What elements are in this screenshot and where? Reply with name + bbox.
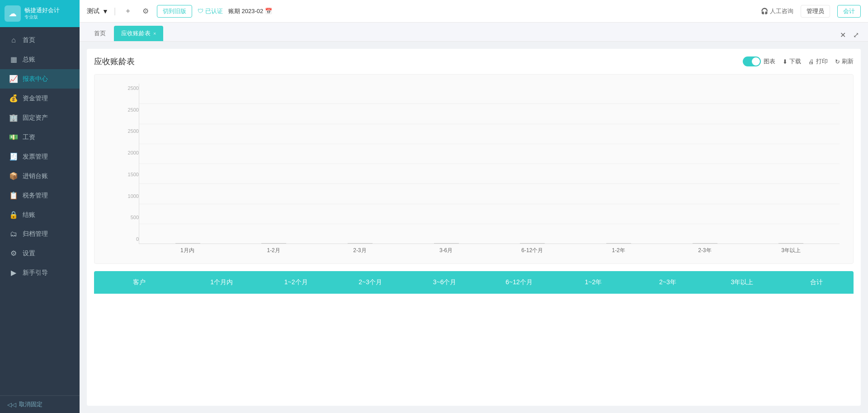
chart-toggle-label: 图表 <box>764 57 775 66</box>
grid-line-4 <box>139 164 840 164</box>
bar-group-2 <box>235 243 314 244</box>
bar-6-12月 <box>520 243 545 244</box>
settings-icon: ⚙ <box>9 249 18 258</box>
page-title: 应收账龄表 <box>94 56 135 67</box>
sidebar-item-assets[interactable]: 🏢 固定资产 <box>0 108 80 127</box>
sidebar-item-funds[interactable]: 💰 资金管理 <box>0 89 80 108</box>
y-label-500: 500 <box>117 215 139 220</box>
chart-toggle-area: 图表 <box>743 56 775 66</box>
grid-line-2 <box>139 124 840 124</box>
th-2-3year: 2~3年 <box>631 271 705 294</box>
grid-line-5 <box>139 183 840 184</box>
bar-3-6月 <box>434 243 459 244</box>
tab-close-icon[interactable]: × <box>153 31 156 36</box>
sidebar-item-closing[interactable]: 🔒 结账 <box>0 205 80 225</box>
sidebar-item-guide[interactable]: ▶ 新手引导 <box>0 263 80 282</box>
chart-toggle-switch[interactable] <box>743 56 761 66</box>
bar-3年以上 <box>778 243 803 244</box>
y-label-1000: 1000 <box>117 193 139 199</box>
bar-group-5 <box>493 243 572 244</box>
bar-group-4 <box>407 243 486 244</box>
sidebar-item-reports[interactable]: 📈 报表中心 <box>0 69 80 89</box>
assets-icon: 🏢 <box>9 113 18 122</box>
x-label-2: 1-2月 <box>234 247 313 254</box>
sidebar-nav: ⌂ 首页 ▦ 总账 📈 报表中心 💰 资金管理 🏢 固定资产 💵 工资 🧾 发票… <box>0 27 80 395</box>
company-selector[interactable]: 测试 ▼ <box>87 7 108 15</box>
toggle-knob <box>752 57 760 66</box>
chart-plot-area <box>139 84 840 244</box>
tabs-right-actions: ✕ ⤢ <box>838 29 861 41</box>
y-label-2500a: 2500 <box>117 128 139 134</box>
sidebar-item-home[interactable]: ⌂ 首页 <box>0 31 80 50</box>
bar-2-3月 <box>348 243 373 244</box>
unpin-icon: ◁◁ <box>7 401 16 408</box>
sidebar-item-invoice[interactable]: 🧾 发票管理 <box>0 147 80 166</box>
support-button[interactable]: 🎧 人工咨询 <box>761 7 793 15</box>
chart-area: 0 500 1000 1500 2000 2500 2500 2500 <box>94 74 854 264</box>
grid-line-7 <box>139 224 840 224</box>
x-labels: 1月内 1-2月 2-3月 3-6月 6-12个月 1-2年 2-3年 3年以上 <box>139 244 840 254</box>
reports-icon: 📈 <box>9 75 18 83</box>
sidebar-item-ledger[interactable]: ▦ 总账 <box>0 50 80 69</box>
download-button[interactable]: ⬇ 下载 <box>783 57 801 66</box>
sidebar: ☁ 畅捷通好会计 专业版 ⌂ 首页 ▦ 总账 📈 报表中心 💰 资金管理 🏢 固… <box>0 0 80 413</box>
y-label-2000: 2000 <box>117 150 139 155</box>
sidebar-item-payroll[interactable]: 💵 工资 <box>0 127 80 147</box>
purchase-icon: 📦 <box>9 172 18 180</box>
y-label-0: 0 <box>117 236 139 242</box>
headset-icon: 🎧 <box>761 8 768 14</box>
bars-container <box>139 243 840 244</box>
th-total: 合计 <box>779 271 854 294</box>
certified-badge: 🛡 已认证 <box>198 7 223 15</box>
settings-button[interactable]: ⚙ <box>140 5 151 17</box>
bar-group-3 <box>321 243 400 244</box>
switch-version-button[interactable]: 切到旧版 <box>157 5 192 18</box>
main-area: 测试 ▼ | ＋ ⚙ 切到旧版 🛡 已认证 账期 2023-02 📅 🎧 人工咨… <box>80 0 868 413</box>
sidebar-logo[interactable]: ☁ 畅捷通好会计 专业版 <box>0 0 80 27</box>
print-button[interactable]: 🖨 打印 <box>808 57 828 66</box>
logo-text: 畅捷通好会计 专业版 <box>24 7 60 21</box>
role-button[interactable]: 会计 <box>837 5 861 18</box>
funds-icon: 💰 <box>9 94 18 103</box>
user-button[interactable]: 管理员 <box>801 5 830 18</box>
company-name: 测试 <box>87 7 99 15</box>
tab-home[interactable]: 首页 <box>87 26 113 41</box>
bar-group-7 <box>665 243 745 244</box>
bar-group-8 <box>751 243 830 244</box>
th-1month: 1个月内 <box>184 271 259 294</box>
x-label-5: 6-12个月 <box>493 247 572 254</box>
topbar: 测试 ▼ | ＋ ⚙ 切到旧版 🛡 已认证 账期 2023-02 📅 🎧 人工咨… <box>80 0 868 23</box>
print-icon: 🖨 <box>808 58 814 65</box>
add-button[interactable]: ＋ <box>122 5 134 18</box>
x-label-8: 3年以上 <box>751 247 830 254</box>
table-header: 客户 1个月内 1~2个月 2~3个月 3~6个月 6~12个月 1~2年 2~… <box>94 271 854 294</box>
expand-panel-button[interactable]: ⤢ <box>851 29 861 41</box>
y-label-2500c: 2500 <box>117 85 139 91</box>
sidebar-item-settings[interactable]: ⚙ 设置 <box>0 244 80 263</box>
refresh-button[interactable]: ↻ 刷新 <box>835 57 854 66</box>
company-dropdown-icon: ▼ <box>102 8 108 15</box>
th-6-12month: 6~12个月 <box>482 271 556 294</box>
close-panel-button[interactable]: ✕ <box>838 29 848 41</box>
x-label-6: 1-2年 <box>579 247 658 254</box>
calendar-icon[interactable]: 📅 <box>265 8 272 14</box>
tab-ar-aging[interactable]: 应收账龄表 × <box>114 26 163 41</box>
content-actions: 图表 ⬇ 下载 🖨 打印 ↻ 刷新 <box>743 56 854 66</box>
bar-group-6 <box>579 243 658 244</box>
th-customer: 客户 <box>94 271 184 294</box>
payroll-icon: 💵 <box>9 133 18 141</box>
grid-line-3 <box>139 144 840 144</box>
bar-2-3年 <box>693 243 717 244</box>
period-display: 账期 2023-02 📅 <box>228 7 273 15</box>
bar-1-2年 <box>606 243 631 244</box>
invoice-icon: 🧾 <box>9 152 18 161</box>
shield-icon: 🛡 <box>198 8 203 14</box>
sidebar-item-tax[interactable]: 📋 税务管理 <box>0 186 80 205</box>
bar-1月内 <box>175 243 200 244</box>
sidebar-item-purchase[interactable]: 📦 进销台账 <box>0 166 80 186</box>
page-content: 应收账龄表 图表 ⬇ 下载 🖨 打印 <box>80 42 868 413</box>
th-3year-plus: 3年以上 <box>705 271 779 294</box>
topbar-divider-1: | <box>114 6 116 16</box>
unpin-button[interactable]: ◁◁ 取消固定 <box>0 395 80 413</box>
sidebar-item-archive[interactable]: 🗂 归档管理 <box>0 225 80 244</box>
